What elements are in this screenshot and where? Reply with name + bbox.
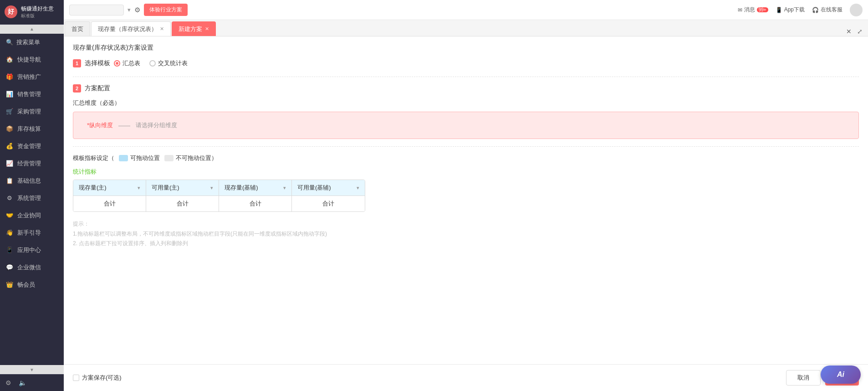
summary-dim-label: 汇总维度（必选） [73, 99, 859, 107]
tips-item-1: 1.拖动标题栏可以调整布局，不可跨维度或指标区域拖动栏目字段(只能在同一维度或指… [73, 229, 859, 239]
indicator-settings: 模板指标设定（ 可拖动位置 不可拖动位置） [73, 154, 859, 162]
content-inner: 现存量(库存状况表)方案设置 1 选择模板 汇总表 交叉统计表 [64, 36, 868, 391]
col-1-dropdown-icon[interactable]: ▾ [210, 185, 213, 191]
topbar-gear-icon[interactable]: ⚙ [134, 6, 140, 14]
handshake-icon: 🤝 [5, 211, 14, 220]
col-3-dropdown-icon[interactable]: ▾ [357, 185, 359, 191]
radio-cross-circle [149, 60, 156, 67]
stats-col-0[interactable]: 现存量(主) ▾ [73, 180, 146, 196]
sidebar-item-app-center[interactable]: 📱 应用中心 [0, 242, 64, 259]
legend-non-draggable: 不可拖动位置） [164, 154, 217, 162]
sidebar-item-quick-nav[interactable]: 🏠 快捷导航 [0, 51, 64, 68]
stats-table: 现存量(主) ▾ 可用量(主) ▾ 现存量(基辅) ▾ 可用量(基辅) [73, 180, 365, 212]
sidebar-item-basic-info[interactable]: 📋 基础信息 [0, 172, 64, 190]
sidebar-item-marketing[interactable]: 🎁 营销推广 [0, 68, 64, 86]
sidebar-item-operations[interactable]: 📈 经营管理 [0, 155, 64, 172]
cancel-button[interactable]: 取消 [786, 370, 821, 386]
dim-required-text: *纵向维度 [87, 121, 113, 129]
stats-cell-3: 合计 [292, 196, 365, 211]
dimension-box[interactable]: *纵向维度 —— 请选择分组维度 [73, 112, 859, 139]
sidebar-item-system[interactable]: ⚙ 系统管理 [0, 190, 64, 207]
sidebar-item-finance[interactable]: 💰 资金管理 [0, 138, 64, 155]
speaker-icon[interactable]: 🔈 [19, 379, 26, 386]
sidebar-item-wechat[interactable]: 💬 企业微信 [0, 259, 64, 276]
step1-title: 选择模板 [85, 59, 110, 67]
tips-section: 提示： 1.拖动标题栏可以调整布局，不可跨维度或指标区域拖动栏目字段(只能在同一… [73, 219, 859, 249]
sidebar-item-new-guide[interactable]: 👋 新手引导 [0, 224, 64, 242]
content: 现存量(库存状况表)方案设置 1 选择模板 汇总表 交叉统计表 [64, 36, 868, 391]
dim-dash: —— [118, 122, 130, 129]
tab-home[interactable]: 首页 [65, 21, 90, 36]
scroll-up-arrow[interactable]: ▲ [0, 25, 64, 34]
step2-section: 2 方案配置 汇总维度（必选） *纵向维度 —— 请选择分组维度 模板指标设定（ [73, 84, 859, 249]
tab-inventory-close-icon[interactable]: ✕ [160, 26, 164, 32]
settings-bottom-icon[interactable]: ⚙ [5, 379, 11, 386]
radio-summary-circle [114, 60, 120, 67]
tab-new-plan-label: 新建方案 [179, 25, 202, 33]
tips-item-2: 2. 点击标题栏下拉可设置排序、插入列和删除列 [73, 239, 859, 249]
stats-col-0-label: 现存量(主) [79, 184, 107, 192]
col-0-dropdown-icon[interactable]: ▾ [138, 185, 140, 191]
tab-inventory-label: 现存量（库存状况表） [98, 25, 157, 33]
headset-icon: 🎧 [812, 7, 819, 13]
user-avatar[interactable] [850, 4, 863, 16]
stats-col-1-label: 可用量(主) [152, 184, 179, 192]
chart-icon: 📊 [5, 90, 14, 98]
sidebar: 好 畅赚通好生意 标准版 ▲ 🔍 搜索菜单 🏠 快捷导航 🎁 营销推广 📊 销售… [0, 0, 64, 391]
chat-icon: 💬 [5, 263, 14, 272]
divider-1 [73, 77, 859, 77]
messages-item[interactable]: ✉ 消息 99+ [738, 6, 768, 14]
tab-new-plan[interactable]: 新建方案 ✕ [172, 21, 216, 36]
crown-icon: 👑 [5, 281, 14, 289]
search-input[interactable] [69, 5, 124, 15]
wave-icon: 👋 [5, 229, 14, 237]
template-radio-group: 汇总表 交叉统计表 [114, 59, 188, 67]
step2-title: 方案配置 [85, 84, 110, 93]
app-logo-icon: 好 [5, 5, 17, 18]
topbar-right: ✉ 消息 99+ 📱 App下载 🎧 在线客服 [738, 4, 863, 16]
tab-new-plan-close-icon[interactable]: ✕ [205, 26, 209, 32]
topbar-dropdown-icon[interactable]: ▾ [128, 6, 131, 13]
search-icon: 🔍 [5, 38, 14, 46]
money-icon: 💰 [5, 142, 14, 150]
step2-num: 2 [73, 84, 81, 93]
save-checkbox[interactable]: 方案保存(可选) [73, 374, 122, 382]
app-download-item[interactable]: 📱 App下载 [776, 6, 805, 14]
save-checkbox-box[interactable] [73, 375, 79, 381]
industry-plan-button[interactable]: 体验行业方案 [144, 4, 188, 16]
stats-cell-2: 合计 [219, 196, 292, 211]
col-2-dropdown-icon[interactable]: ▾ [283, 185, 286, 191]
dim-placeholder: 请选择分组维度 [136, 121, 177, 129]
gear-icon: ⚙ [5, 194, 14, 202]
indicator-settings-label: 模板指标设定（ [73, 154, 114, 162]
stats-table-header: 现存量(主) ▾ 可用量(主) ▾ 现存量(基辅) ▾ 可用量(基辅) [73, 180, 365, 196]
radio-cross[interactable]: 交叉统计表 [149, 59, 188, 67]
sidebar-bottom: ⚙ 🔈 [0, 374, 64, 391]
stats-col-3[interactable]: 可用量(基辅) ▾ [292, 180, 365, 196]
step1-header: 1 选择模板 汇总表 交叉统计表 [73, 59, 859, 67]
sidebar-item-sales[interactable]: 📊 销售管理 [0, 86, 64, 103]
box-icon: 📦 [5, 125, 14, 133]
radio-summary[interactable]: 汇总表 [114, 59, 140, 67]
gift-icon: 🎁 [5, 73, 14, 81]
ai-fab-button[interactable]: Ai [821, 365, 861, 384]
sidebar-item-inventory[interactable]: 📦 库存核算 [0, 120, 64, 138]
legend-non-draggable-box [164, 155, 174, 161]
step1-section: 1 选择模板 汇总表 交叉统计表 [73, 59, 859, 67]
tab-inventory-status[interactable]: 现存量（库存状况表） ✕ [91, 21, 171, 36]
window-close-button[interactable]: ✕ [844, 27, 853, 36]
stats-col-2[interactable]: 现存量(基辅) ▾ [219, 180, 292, 196]
topbar: ▾ ⚙ 体验行业方案 ✉ 消息 99+ 📱 App下载 🎧 在线客服 [64, 0, 868, 20]
stats-col-1[interactable]: 可用量(主) ▾ [146, 180, 219, 196]
window-expand-button[interactable]: ⤢ [855, 27, 864, 36]
customer-service-item[interactable]: 🎧 在线客服 [812, 6, 842, 14]
messages-badge: 99+ [757, 7, 768, 12]
sidebar-logo: 好 畅赚通好生意 标准版 [0, 0, 64, 25]
scroll-down-arrow[interactable]: ▼ [0, 365, 64, 374]
legend-draggable-label: 可拖动位置 [130, 154, 160, 162]
sidebar-item-member[interactable]: 👑 畅会员 [0, 276, 64, 293]
tips-title: 提示： [73, 221, 89, 227]
sidebar-item-cooperation[interactable]: 🤝 企业协同 [0, 207, 64, 224]
sidebar-item-purchase[interactable]: 🛒 采购管理 [0, 103, 64, 120]
sidebar-item-search-menu[interactable]: 🔍 搜索菜单 [0, 34, 64, 51]
